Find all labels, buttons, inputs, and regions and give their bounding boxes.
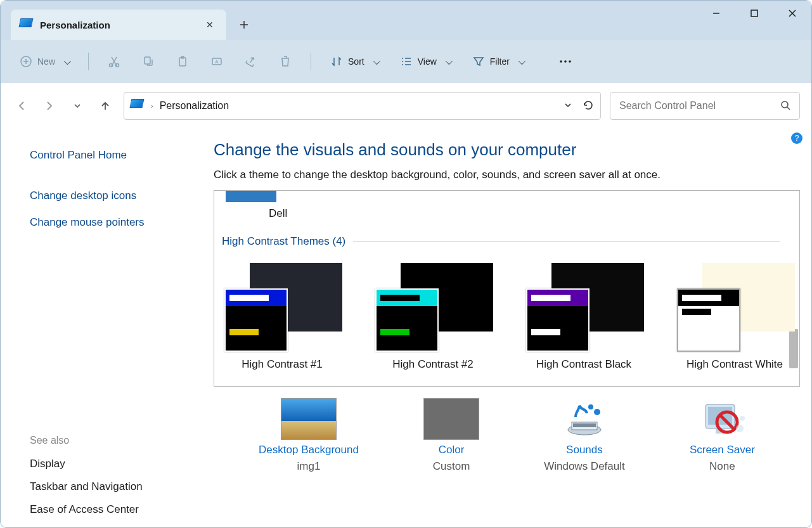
svg-point-11 [569,60,571,63]
section-header-label: High Contrast Themes (4) [222,235,345,248]
address-row: › Personalization [1,83,811,129]
display-link[interactable]: Display [30,453,203,475]
separator [311,53,311,70]
content-pane: Change the visuals and sounds on your co… [203,129,811,527]
share-button[interactable] [238,51,264,72]
theme-label: High Contrast Black [536,358,631,371]
new-label: New [37,56,55,67]
setting-link[interactable]: Screen Saver [690,444,755,456]
settings-row: Desktop Background img1 Color Custom Sou… [214,387,800,473]
setting-item[interactable]: Sounds Windows Default [544,398,625,473]
search-bar[interactable] [610,92,800,120]
svg-point-22 [736,425,744,432]
minimize-button[interactable] [697,1,735,26]
setting-link[interactable]: Desktop Background [259,444,359,456]
breadcrumb-item[interactable]: Personalization [160,100,229,112]
theme-item[interactable]: High Contrast #2 [375,263,491,371]
high-contrast-themes: High Contrast #1 High Contrast #2 High C… [224,263,780,371]
window-controls [697,1,811,26]
theme-preview [224,263,340,352]
theme-item[interactable]: High Contrast White [677,263,792,371]
rename-button[interactable]: A [204,51,229,72]
view-label: View [418,56,437,67]
divider [353,241,780,242]
page-heading: Change the visuals and sounds on your co… [214,140,800,160]
theme-preview [677,263,792,352]
search-icon[interactable] [780,100,790,112]
close-tab-icon[interactable]: ✕ [203,18,216,31]
main-content: ? Control Panel Home Change desktop icon… [1,129,811,527]
personalization-icon [20,18,32,31]
svg-point-10 [564,60,567,63]
see-also-header: See also [30,435,203,446]
delete-button[interactable] [273,51,298,72]
svg-point-2 [110,64,113,67]
setting-link[interactable]: Color [439,444,465,456]
theme-front [224,288,288,352]
setting-thumb [281,398,337,440]
theme-preview [375,263,491,352]
more-button[interactable] [551,51,579,72]
svg-point-3 [116,64,119,67]
theme-front [677,288,740,352]
setting-thumb [557,398,612,440]
tab-title: Personalization [40,20,110,30]
setting-link[interactable]: Sounds [566,444,603,456]
setting-thumb [694,398,750,440]
maximize-button[interactable] [735,1,773,26]
view-button[interactable]: View [394,51,457,72]
new-button[interactable]: New [13,51,75,72]
theme-scroll-area[interactable]: Dell High Contrast Themes (4) High Contr… [214,190,800,387]
breadcrumb-separator: › [151,102,153,110]
svg-rect-0 [751,10,757,16]
paste-button[interactable] [170,51,195,72]
control-panel-home-link[interactable]: Control Panel Home [30,145,203,165]
location-icon [131,99,145,113]
setting-value: Custom [433,460,470,473]
help-icon[interactable]: ? [791,132,802,144]
change-desktop-icons-link[interactable]: Change desktop icons [30,186,203,206]
search-input[interactable] [619,100,774,112]
setting-thumb [423,398,479,440]
forward-button[interactable] [40,96,59,115]
titlebar: Personalization ✕ [1,1,811,40]
address-bar[interactable]: › Personalization [124,92,601,120]
sort-button[interactable]: Sort [324,51,385,72]
recent-dropdown[interactable] [68,96,87,115]
tab-personalization[interactable]: Personalization ✕ [11,10,226,40]
setting-value: None [709,460,735,473]
svg-rect-15 [573,423,596,427]
filter-button[interactable]: Filter [466,51,530,72]
back-button[interactable] [12,96,31,115]
ease-of-access-link[interactable]: Ease of Access Center [30,498,203,521]
sort-label: Sort [348,56,364,67]
theme-front [526,288,590,352]
setting-value: img1 [297,460,321,473]
theme-dell-partial[interactable] [226,191,276,202]
address-dropdown[interactable] [564,101,572,112]
new-tab-button[interactable] [231,12,257,37]
theme-item[interactable]: High Contrast Black [526,263,641,371]
svg-point-12 [782,101,788,108]
setting-item[interactable]: Color Custom [423,398,479,473]
taskbar-navigation-link[interactable]: Taskbar and Navigation [30,475,203,498]
theme-preview [526,263,641,352]
sidebar: Control Panel Home Change desktop icons … [1,129,203,527]
up-button[interactable] [96,96,115,115]
change-mouse-pointers-link[interactable]: Change mouse pointers [30,212,203,233]
setting-item[interactable]: Screen Saver None [690,398,755,473]
svg-rect-4 [145,57,150,64]
copy-button[interactable] [136,51,161,72]
section-header: High Contrast Themes (4) [222,235,780,248]
theme-label: High Contrast #1 [242,358,323,371]
svg-point-16 [588,404,593,409]
separator [88,53,89,70]
page-subtitle: Click a theme to change the desktop back… [214,169,800,181]
close-window-button[interactable] [773,1,811,26]
theme-front [375,288,439,352]
setting-item[interactable]: Desktop Background img1 [259,398,359,473]
theme-label-dell: Dell [269,207,287,220]
refresh-button[interactable] [583,100,594,113]
cut-button[interactable] [101,51,127,72]
theme-item[interactable]: High Contrast #1 [224,263,340,371]
